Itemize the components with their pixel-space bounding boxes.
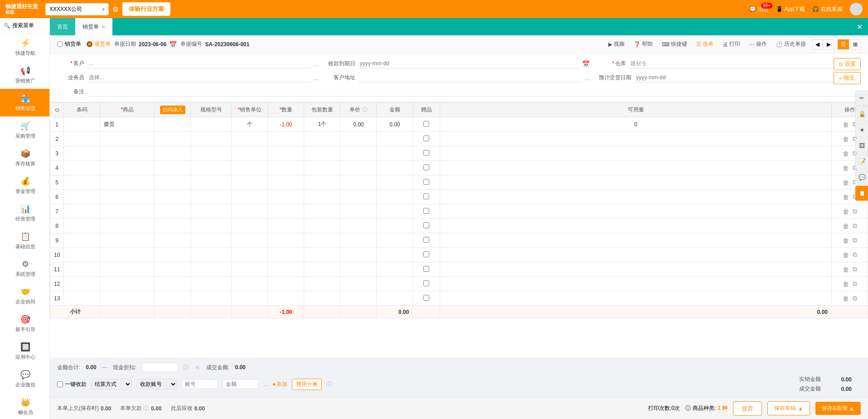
row-pkg-qty[interactable] <box>304 204 340 219</box>
row-barcode[interactable] <box>64 175 100 190</box>
row-spec[interactable] <box>191 117 232 132</box>
operation-btn[interactable]: ⋯ 操作 <box>747 39 770 49</box>
row-spec[interactable] <box>191 277 232 291</box>
sidebar-search[interactable]: 🔍 搜索菜单 <box>0 18 49 34</box>
fee-split-btn[interactable]: 费用分摊 <box>292 379 322 390</box>
row-price[interactable] <box>340 277 377 291</box>
row-unit[interactable] <box>232 277 268 291</box>
radio-return-order[interactable]: 退货单 <box>87 40 111 48</box>
trial-button[interactable]: 体验行业方案 <box>122 2 170 16</box>
row-qty[interactable] <box>268 204 304 219</box>
row-price[interactable] <box>340 219 377 233</box>
row-gift[interactable] <box>413 204 440 219</box>
sidebar-item-wechat[interactable]: 💬 企业微信 <box>0 365 49 393</box>
price-info-icon[interactable]: ⓘ <box>362 106 368 113</box>
row-price[interactable] <box>340 146 377 161</box>
row-price[interactable] <box>340 175 377 190</box>
row-gift[interactable] <box>413 117 440 132</box>
fee-info-icon[interactable]: ⓘ <box>326 380 332 388</box>
row-qty[interactable] <box>268 146 304 161</box>
sidebar-item-member[interactable]: 👑 畅会员 <box>0 393 49 419</box>
row-amount[interactable] <box>377 132 413 146</box>
row-price[interactable] <box>340 132 377 146</box>
sidebar-item-marketing[interactable]: 📢 营销推广 <box>0 61 49 89</box>
row-spec[interactable] <box>191 204 232 219</box>
copy-row-btn[interactable]: ⧉ <box>852 265 858 274</box>
row-qty[interactable] <box>268 233 304 248</box>
salesperson-more-icon[interactable]: ... <box>314 74 319 82</box>
row-qty[interactable] <box>268 161 304 175</box>
sidebar-item-operation[interactable]: 📊 经营管理 <box>0 199 49 227</box>
next-btn[interactable]: ▶ <box>824 39 834 49</box>
row-product[interactable] <box>100 204 155 219</box>
row-unit[interactable] <box>232 175 268 190</box>
row-unit[interactable] <box>232 248 268 262</box>
account-input[interactable] <box>182 379 218 389</box>
row-gift[interactable] <box>413 277 440 291</box>
row-barcode[interactable] <box>64 248 100 262</box>
row-price[interactable] <box>340 233 377 248</box>
row-product[interactable] <box>100 132 155 146</box>
payment-amount-input[interactable] <box>223 379 259 389</box>
warehouse-input[interactable] <box>629 59 853 68</box>
delete-row-btn[interactable]: 🗑 <box>842 294 850 303</box>
scan-btn[interactable]: 扫码录入 <box>160 106 185 114</box>
company-selector[interactable]: XXXXXX公司 ▾ <box>45 3 109 15</box>
row-pkg-qty[interactable] <box>304 277 340 291</box>
row-barcode[interactable] <box>64 219 100 233</box>
owe-info-icon[interactable]: ⓘ <box>144 405 149 412</box>
row-amount[interactable] <box>377 262 413 277</box>
row-product[interactable] <box>100 146 155 161</box>
delete-row-btn[interactable]: 🗑 <box>842 178 850 187</box>
row-pkg-qty[interactable] <box>304 233 340 248</box>
row-price[interactable] <box>340 161 377 175</box>
delete-row-btn[interactable]: 🗑 <box>842 134 850 144</box>
salesperson-input[interactable] <box>87 73 311 82</box>
delete-row-btn[interactable]: 🗑 <box>842 207 850 216</box>
row-gift[interactable] <box>413 175 440 190</box>
row-pkg-qty[interactable] <box>304 219 340 233</box>
row-unit[interactable] <box>232 161 268 175</box>
sidebar-item-finance[interactable]: 💰 资金管理 <box>0 172 49 199</box>
row-qty[interactable] <box>268 219 304 233</box>
sidebar-item-apps[interactable]: 🔲 应用中心 <box>0 337 49 365</box>
receipt-calendar-icon[interactable]: 📅 <box>582 60 590 67</box>
float-image-btn[interactable]: 🖼 <box>855 138 868 153</box>
list-view-btn[interactable]: ☰ <box>838 39 849 49</box>
row-qty[interactable] <box>268 262 304 277</box>
row-price[interactable]: 0.00 <box>340 117 377 132</box>
one-click-payment-checkbox[interactable]: 一键收款 <box>57 380 87 388</box>
row-spec[interactable] <box>191 132 232 146</box>
print-btn[interactable]: 🖨 打印 <box>720 39 743 49</box>
row-unit[interactable] <box>232 204 268 219</box>
row-product[interactable] <box>100 219 155 233</box>
sidebar-item-base[interactable]: 📋 基础信息 <box>0 227 49 255</box>
row-pkg-qty[interactable] <box>304 132 340 146</box>
select-order-btn[interactable]: ☰ 选单 <box>693 39 716 49</box>
row-pkg-qty[interactable]: 1个 <box>304 117 340 132</box>
row-pkg-qty[interactable] <box>304 291 340 306</box>
more-payment-icon[interactable]: ... <box>263 381 268 387</box>
row-spec[interactable] <box>191 291 232 306</box>
float-star-btn[interactable]: ★ <box>855 122 868 137</box>
grid-view-btn[interactable]: ⊞ <box>850 39 861 49</box>
row-price[interactable] <box>340 204 377 219</box>
shortcut-btn[interactable]: ⌨ 快捷键 <box>659 39 690 49</box>
row-pkg-qty[interactable] <box>304 248 340 262</box>
row-spec[interactable] <box>191 175 232 190</box>
history-btn[interactable]: 🕐 历史单据 <box>773 39 809 49</box>
row-unit[interactable] <box>232 219 268 233</box>
row-product[interactable] <box>100 262 155 277</box>
receipt-date-input[interactable] <box>358 59 580 68</box>
row-gift[interactable] <box>413 233 440 248</box>
row-pkg-qty[interactable] <box>304 190 340 204</box>
row-pkg-qty[interactable] <box>304 262 340 277</box>
float-action-btn[interactable]: 📋 <box>855 186 868 201</box>
close-tab-icon[interactable]: ✕ <box>102 24 105 29</box>
row-spec[interactable] <box>191 146 232 161</box>
row-product[interactable] <box>100 161 155 175</box>
row-qty[interactable] <box>268 248 304 262</box>
row-gift[interactable] <box>413 132 440 146</box>
sidebar-item-collab[interactable]: 🤝 企业协同 <box>0 282 49 310</box>
row-unit[interactable] <box>232 291 268 306</box>
